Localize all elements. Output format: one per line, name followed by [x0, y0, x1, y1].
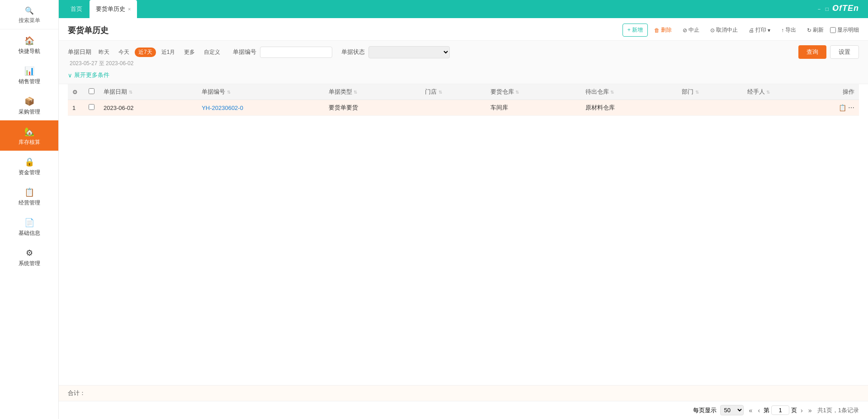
- col-handler-sort-icon[interactable]: ⇅: [766, 90, 770, 95]
- col-store-sort-icon[interactable]: ⇅: [439, 90, 442, 95]
- page-number-input[interactable]: [771, 405, 789, 415]
- date-filter: 单据日期 昨天 今天 近7天 近1月 更多 自定义: [68, 48, 224, 57]
- yesterday-button[interactable]: 昨天: [95, 48, 113, 57]
- tab-active[interactable]: 要货单历史 ×: [90, 0, 137, 18]
- delete-button[interactable]: 🗑 删除: [650, 24, 676, 36]
- recent1m-button[interactable]: 近1月: [158, 48, 179, 57]
- col-date-header[interactable]: 单据日期 ⇅: [99, 84, 197, 100]
- cancel-label: 取消中止: [716, 26, 738, 34]
- data-table: ⚙ 单据日期 ⇅ 单据编号 ⇅: [68, 84, 859, 116]
- sidebar-item-purchase[interactable]: 📦 采购管理: [0, 90, 58, 120]
- doc-number-label: 单据编号: [233, 48, 256, 56]
- recent7-button[interactable]: 近7天: [135, 48, 156, 57]
- row-type: 要货单要货: [324, 100, 420, 116]
- col-req-warehouse-sort-icon[interactable]: ⇅: [515, 90, 519, 95]
- col-date-sort-icon[interactable]: ⇅: [129, 90, 132, 95]
- col-dept-sort-icon[interactable]: ⇅: [695, 90, 699, 95]
- sidebar-item-basic-info[interactable]: 📄 基础信息: [0, 211, 58, 242]
- row-number-link[interactable]: YH-20230602-0: [202, 105, 243, 111]
- delete-icon: 🗑: [654, 27, 660, 33]
- new-button[interactable]: + 新增: [623, 24, 648, 37]
- col-type-header[interactable]: 单据类型 ⇅: [324, 84, 420, 100]
- table-row[interactable]: 1 2023-06-02 YH-20230602-0 要货单要货 车间库: [68, 100, 859, 116]
- refresh-button[interactable]: ↻ 刷新: [802, 24, 828, 36]
- row-req-warehouse: 车间库: [486, 100, 581, 116]
- more-button[interactable]: 更多: [180, 48, 198, 57]
- status-select[interactable]: [368, 46, 450, 58]
- table-header-row: ⚙ 单据日期 ⇅ 单据编号 ⇅: [68, 84, 859, 100]
- page-nav: « ‹ 第 页 › »: [747, 405, 814, 415]
- page-title: 要货单历史: [68, 25, 108, 36]
- pagination-area: 每页显示 50 20 100 « ‹ 第 页 › » 共1页，1条记录: [59, 401, 868, 419]
- col-type-sort-icon[interactable]: ⇅: [354, 90, 357, 95]
- stop-button[interactable]: ⊘ 中止: [678, 24, 704, 36]
- row-op1-icon[interactable]: 📋: [839, 104, 846, 111]
- next-page-button[interactable]: ›: [799, 406, 805, 415]
- sidebar-item-finance[interactable]: 🔒 资金管理: [0, 151, 58, 181]
- today-button[interactable]: 今天: [115, 48, 133, 57]
- setting-button[interactable]: 设置: [830, 45, 859, 59]
- print-button[interactable]: 🖨 打印 ▾: [744, 24, 775, 36]
- col-dept-header[interactable]: 部门 ⇅: [677, 84, 743, 100]
- col-number-sort-icon[interactable]: ⇅: [227, 90, 231, 95]
- page-label-prefix: 第: [764, 406, 769, 414]
- prev-page-button[interactable]: ‹: [756, 406, 762, 415]
- date-filter-label: 单据日期: [68, 48, 91, 56]
- row-op2-icon[interactable]: ⋯: [848, 104, 854, 111]
- tab-home[interactable]: 首页: [64, 0, 89, 18]
- page-size-select[interactable]: 50 20 100: [720, 405, 744, 415]
- tab-home-label: 首页: [71, 5, 82, 13]
- stop-icon: ⊘: [683, 27, 687, 33]
- sidebar-search-label: 搜索菜单: [19, 17, 40, 24]
- col-number-header[interactable]: 单据编号 ⇅: [197, 84, 324, 100]
- cancel-stop-button[interactable]: ⊙ 取消中止: [706, 24, 742, 36]
- sidebar-item-label: 销售管理: [19, 78, 40, 86]
- col-pending-warehouse-label: 待出仓库: [585, 88, 609, 95]
- custom-button[interactable]: 自定义: [200, 48, 224, 57]
- col-number-label: 单据编号: [202, 88, 225, 95]
- sidebar-item-inventory[interactable]: 🏡 库存核算: [0, 120, 58, 151]
- row-pending-warehouse: 原材料仓库: [581, 100, 677, 116]
- maximize-button[interactable]: □: [826, 6, 829, 12]
- last-page-button[interactable]: »: [807, 406, 814, 415]
- col-checkbox-header[interactable]: [84, 84, 99, 100]
- col-req-warehouse-label: 要货仓库: [491, 88, 514, 95]
- export-label: 导出: [785, 26, 796, 34]
- col-settings[interactable]: ⚙: [68, 84, 84, 100]
- display-detail-checkbox[interactable]: 显示明细: [830, 26, 859, 34]
- select-all-checkbox[interactable]: [89, 88, 94, 94]
- home-icon: 🏠: [24, 36, 34, 46]
- query-button[interactable]: 查询: [798, 45, 826, 59]
- col-store-header[interactable]: 门店 ⇅: [420, 84, 486, 100]
- settings-icon[interactable]: ⚙: [72, 89, 78, 95]
- print-arrow-icon: ▾: [768, 27, 770, 33]
- first-page-button[interactable]: «: [747, 406, 755, 415]
- col-pending-warehouse-sort-icon[interactable]: ⇅: [610, 90, 614, 95]
- row-select-checkbox[interactable]: [89, 104, 94, 110]
- sidebar-search[interactable]: 🔍 搜索菜单: [0, 0, 58, 29]
- col-handler-header[interactable]: 经手人 ⇅: [743, 84, 823, 100]
- sidebar-item-operation[interactable]: 📋 经营管理: [0, 181, 58, 211]
- expand-filter-button[interactable]: ∨ 展开更多条件: [68, 71, 859, 79]
- row-checkbox[interactable]: [84, 100, 99, 116]
- row-dept: [677, 100, 743, 116]
- col-pending-warehouse-header[interactable]: 待出仓库 ⇅: [581, 84, 677, 100]
- finance-icon: 🔒: [24, 157, 34, 167]
- doc-number-input[interactable]: [260, 47, 332, 58]
- footer-total-label: 合计：: [68, 390, 85, 396]
- sidebar-item-quick-nav[interactable]: 🏠 快捷导航: [0, 29, 58, 60]
- sidebar-item-label: 资金管理: [19, 169, 40, 176]
- sidebar-item-system[interactable]: ⚙ 系统管理: [0, 242, 58, 272]
- export-button[interactable]: ↑ 导出: [777, 24, 801, 36]
- filter-area: 单据日期 昨天 今天 近7天 近1月 更多 自定义 单据编号: [59, 40, 868, 84]
- display-detail-input[interactable]: [830, 27, 836, 33]
- sidebar-item-sales[interactable]: 📊 销售管理: [0, 60, 58, 90]
- tab-close-icon[interactable]: ×: [128, 6, 131, 12]
- topbar: 首页 要货单历史 × － □ × OfTEn: [59, 0, 868, 18]
- operation-icon: 📋: [24, 187, 34, 197]
- date-range-text: 2023-05-27 至 2023-06-02: [70, 60, 133, 67]
- minimize-button[interactable]: －: [816, 5, 822, 13]
- col-req-warehouse-header[interactable]: 要货仓库 ⇅: [486, 84, 581, 100]
- row-num: 1: [68, 100, 84, 116]
- row-number: YH-20230602-0: [197, 100, 324, 116]
